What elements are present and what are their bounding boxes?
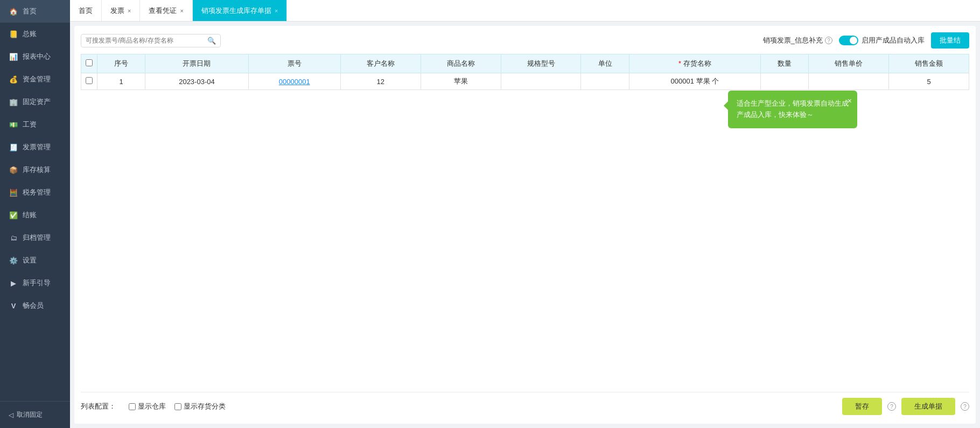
col-header-spec-model: 规格型号 xyxy=(501,54,581,73)
sidebar-item-label: 首页 xyxy=(23,6,37,16)
row-checkbox[interactable] xyxy=(86,77,93,84)
sidebar-item-inventory[interactable]: 📦 库存核算 xyxy=(0,158,70,181)
auto-warehouse-toggle[interactable] xyxy=(839,36,858,45)
tab-bar: 首页 发票 × 查看凭证 × 销项发票生成库存单据 × xyxy=(70,0,980,22)
row-issue-date: 2023-03-04 xyxy=(145,73,248,90)
tooltip-text: 适合生产型企业，销项发票自动生成产成品入库，快来体验～ xyxy=(737,99,849,119)
data-table: 序号 开票日期 票号 客户名称 商品名称 规格型号 单位 存货名称 数量 销售单… xyxy=(81,54,969,90)
col-header-unit-price: 销售单价 xyxy=(809,54,889,73)
generate-button[interactable]: 生成单据 xyxy=(901,398,955,415)
cancel-fixed-button[interactable]: ◁ 取消固定 xyxy=(0,406,70,424)
col-header-ticket-no: 票号 xyxy=(248,54,340,73)
row-inventory-name: 000001 苹果 个 xyxy=(629,73,760,90)
home-icon: 🏠 xyxy=(9,6,18,16)
sidebar-item-general-ledger[interactable]: 📒 总账 xyxy=(0,23,70,45)
tab-cancel-invoice-inventory[interactable]: 销项发票生成库存单据 × xyxy=(193,0,287,21)
settlement-icon: ✅ xyxy=(9,210,18,220)
search-input[interactable] xyxy=(86,37,207,44)
sidebar-item-label: 新手引导 xyxy=(23,278,51,288)
sidebar-item-home[interactable]: 🏠 首页 xyxy=(0,0,70,23)
tab-invoice-close[interactable]: × xyxy=(128,8,131,14)
sidebar-item-settlement[interactable]: ✅ 结账 xyxy=(0,204,70,226)
assets-icon: 🏢 xyxy=(9,97,18,107)
col-header-inventory-name: 存货名称 xyxy=(629,54,760,73)
sidebar-item-label: 资金管理 xyxy=(23,74,51,84)
col-header-seq: 序号 xyxy=(97,54,145,73)
sidebar-item-settings[interactable]: ⚙️ 设置 xyxy=(0,249,70,272)
sidebar-item-report-center[interactable]: 📊 报表中心 xyxy=(0,45,70,68)
tab-view-voucher-label: 查看凭证 xyxy=(149,6,177,16)
row-seq: 1 xyxy=(97,73,145,90)
invoice-icon: 🧾 xyxy=(9,142,18,152)
show-inventory-category-label[interactable]: 显示存货分类 xyxy=(174,402,226,411)
row-quantity xyxy=(760,73,808,90)
sidebar-item-invoice-mgmt[interactable]: 🧾 发票管理 xyxy=(0,136,70,158)
sidebar-item-vip-member[interactable]: V 畅会员 xyxy=(0,294,70,317)
info-label: 销项发票_信息补充 ? xyxy=(763,36,832,45)
show-warehouse-checkbox[interactable] xyxy=(129,403,136,410)
tooltip-box: × 适合生产型企业，销项发票自动生成产成品入库，快来体验～ xyxy=(728,91,857,128)
show-inventory-category-text: 显示存货分类 xyxy=(184,402,226,411)
report-icon: 📊 xyxy=(9,52,18,61)
info-help-icon[interactable]: ? xyxy=(825,37,832,44)
tab-home[interactable]: 首页 xyxy=(70,0,102,21)
show-inventory-category-checkbox[interactable] xyxy=(174,403,181,410)
sidebar-item-label: 设置 xyxy=(23,256,37,265)
sidebar-item-label: 工资 xyxy=(23,120,37,129)
archive-icon: 🗂 xyxy=(9,233,18,243)
search-icon: 🔍 xyxy=(207,37,216,45)
list-config-label: 列表配置： xyxy=(81,402,116,411)
info-label-text: 销项发票_信息补充 xyxy=(763,36,823,45)
save-button[interactable]: 暂存 xyxy=(842,398,882,415)
tab-cancel-invoice-inventory-label: 销项发票生成库存单据 xyxy=(201,6,271,16)
sidebar-item-label: 报表中心 xyxy=(23,52,51,61)
tab-invoice[interactable]: 发票 × xyxy=(102,0,140,21)
sidebar-item-fund-mgmt[interactable]: 💰 资金管理 xyxy=(0,68,70,91)
vip-icon: V xyxy=(9,301,18,310)
row-unit xyxy=(581,73,629,90)
sidebar-item-archive-mgmt[interactable]: 🗂 归档管理 xyxy=(0,226,70,249)
col-header-product-name: 商品名称 xyxy=(421,54,501,73)
tab-home-label: 首页 xyxy=(79,6,93,16)
col-header-quantity: 数量 xyxy=(760,54,808,73)
save-help-icon[interactable]: ? xyxy=(887,402,896,411)
sidebar-item-payroll[interactable]: 💵 工资 xyxy=(0,113,70,136)
sidebar-bottom: ◁ 取消固定 xyxy=(0,401,70,428)
show-warehouse-text: 显示仓库 xyxy=(138,402,166,411)
tax-icon: 🧮 xyxy=(9,188,18,197)
sidebar-item-fixed-assets[interactable]: 🏢 固定资产 xyxy=(0,91,70,113)
toolbar-row: 🔍 销项发票_信息补充 ? 启用产成品自动入库 批量结 xyxy=(81,32,969,49)
content-area: 🔍 销项发票_信息补充 ? 启用产成品自动入库 批量结 xyxy=(74,26,976,424)
col-header-checkbox xyxy=(81,54,97,73)
row-unit-price xyxy=(809,73,889,90)
col-header-amount: 销售金额 xyxy=(889,54,969,73)
show-warehouse-label[interactable]: 显示仓库 xyxy=(129,402,166,411)
batch-button[interactable]: 批量结 xyxy=(931,32,969,49)
sidebar-item-new-guide[interactable]: ▶ 新手引导 xyxy=(0,272,70,294)
guide-icon: ▶ xyxy=(9,278,18,288)
tooltip-close-button[interactable]: × xyxy=(848,95,852,107)
generate-help-icon[interactable]: ? xyxy=(961,402,969,411)
cancel-fixed-icon: ◁ xyxy=(9,411,13,419)
row-customer: 12 xyxy=(340,73,421,90)
settings-icon: ⚙️ xyxy=(9,256,18,265)
sidebar-item-label: 税务管理 xyxy=(23,188,51,197)
tab-view-voucher-close[interactable]: × xyxy=(180,8,183,14)
tab-cancel-invoice-inventory-close[interactable]: × xyxy=(275,8,278,14)
bottom-bar: 列表配置： 显示仓库 显示存货分类 暂存 ? 生成单据 ? xyxy=(81,392,969,417)
sidebar-item-label: 发票管理 xyxy=(23,142,51,152)
toggle-wrap: 启用产成品自动入库 xyxy=(839,36,925,45)
main-area: 首页 发票 × 查看凭证 × 销项发票生成库存单据 × 🔍 销项发票_信息补充 … xyxy=(70,0,980,428)
select-all-checkbox[interactable] xyxy=(86,59,93,66)
col-header-unit: 单位 xyxy=(581,54,629,73)
row-checkbox-cell xyxy=(81,73,97,90)
sidebar-item-tax-mgmt[interactable]: 🧮 税务管理 xyxy=(0,181,70,204)
row-product-name: 苹果 xyxy=(421,73,501,90)
tab-view-voucher[interactable]: 查看凭证 × xyxy=(140,0,192,21)
cancel-fixed-label: 取消固定 xyxy=(17,410,43,419)
sidebar-item-label: 总账 xyxy=(23,29,37,39)
col-header-issue-date: 开票日期 xyxy=(145,54,248,73)
ticket-no-link[interactable]: 00000001 xyxy=(279,78,310,86)
search-input-wrap[interactable]: 🔍 xyxy=(81,34,221,47)
tab-invoice-label: 发票 xyxy=(110,6,124,16)
